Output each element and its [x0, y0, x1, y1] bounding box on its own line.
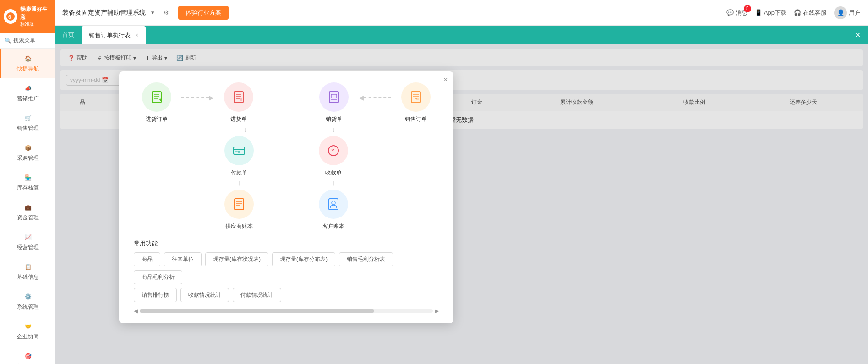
flow-arrows-down-row: ↓ ↓: [134, 123, 439, 136]
tab-close-icon[interactable]: ×: [135, 32, 138, 38]
flow-node-purchase-bill[interactable]: 进货单: [216, 82, 262, 123]
user-menu[interactable]: 👤 用户: [834, 6, 861, 19]
quick-nav-overlay[interactable]: × 进货订单: [55, 44, 868, 364]
sidebar-item-marketing[interactable]: 📣 营销推广: [0, 78, 55, 108]
func-btn-stock-status[interactable]: 现存量(库存状况表): [205, 252, 268, 266]
home-icon: 🏠: [23, 54, 33, 63]
sidebar-item-operations[interactable]: 📈 经营管理: [0, 227, 55, 257]
trial-btn[interactable]: 体验行业方案: [178, 6, 229, 20]
inventory-icon: 🏪: [23, 173, 33, 182]
scroll-right-button[interactable]: ▶: [435, 308, 439, 314]
topbar: 装备及固定资产辅助管理系统 ▾ ⚙ 体验行业方案 💬 5 消息 📱 App下载 …: [55, 0, 868, 26]
supplier-ledger-icon: [224, 190, 254, 219]
flow-row-2: ¥ 付款单 ¥ 收款单: [134, 136, 439, 177]
tab-home-label: 首页: [62, 31, 74, 39]
tabbar-close-button[interactable]: ✕: [851, 29, 864, 41]
sales-icon: 🛒: [23, 114, 33, 123]
func-btn-receipt-stats[interactable]: 收款情况统计: [180, 288, 229, 302]
svg-rect-24: [234, 201, 235, 208]
online-service-label: 在线客服: [803, 9, 827, 17]
flow-node-payment-bill[interactable]: ¥ 付款单: [216, 136, 262, 177]
sidebar-item-label: 营销推广: [17, 95, 39, 103]
flow-row-1: 进货订单 ▶: [134, 82, 439, 123]
svg-text:¥: ¥: [237, 150, 240, 154]
sidebar-item-finance[interactable]: 💼 资金管理: [0, 197, 55, 227]
sidebar-item-sales[interactable]: 🛒 销售管理: [0, 108, 55, 138]
sidebar-item-purchase[interactable]: 📦 采购管理: [0, 138, 55, 168]
func-btn-sales-ranking[interactable]: 销售排行榜: [134, 288, 177, 302]
sidebar-nav: 🏠 快捷导航 📣 营销推广 🛒 销售管理 📦 采购管理 🏪 库存核算 💼: [0, 49, 55, 364]
message-icon: 💬: [726, 9, 734, 16]
logo-area: 6 畅康通好生意 标准版: [0, 0, 55, 33]
svg-rect-10: [329, 92, 338, 103]
purchase-bill-label: 进货单: [230, 115, 247, 123]
topbar-right: 💬 5 消息 📱 App下载 🎧 在线客服 👤 用户: [726, 6, 861, 19]
sidebar-item-label: 采购管理: [17, 154, 39, 162]
sidebar-item-label: 系统管理: [17, 303, 39, 311]
func-btn-sales-margin[interactable]: 销售毛利分析表: [339, 252, 393, 266]
app-download-button[interactable]: 📱 App下载: [755, 9, 786, 17]
operations-icon: 📈: [23, 233, 33, 242]
sidebar-item-label: 快捷导航: [17, 65, 39, 73]
func-btn-payment-stats[interactable]: 付款情况统计: [233, 288, 281, 302]
flow-node-sales-bill[interactable]: 销货单: [311, 82, 357, 123]
tabbar: 首页 销售订单执行表 × ✕: [55, 26, 868, 44]
sidebar-item-inventory[interactable]: 🏪 库存核算: [0, 168, 55, 197]
logo-icon: 6: [4, 9, 17, 24]
flow-node-customer-ledger[interactable]: 客户账本: [311, 190, 356, 230]
online-service-button[interactable]: 🎧 在线客服: [794, 9, 827, 17]
scroll-left-button[interactable]: ◀: [134, 308, 138, 314]
receipt-bill-icon: ¥: [319, 136, 348, 165]
sidebar-item-basic-info[interactable]: 📋 基础信息: [0, 257, 55, 287]
svg-rect-13: [411, 92, 420, 103]
common-functions-title: 常用功能: [134, 239, 439, 248]
system-icon: ⚙️: [23, 292, 33, 301]
svg-rect-11: [331, 94, 337, 98]
func-btn-product-margin[interactable]: 商品毛利分析: [134, 270, 182, 284]
sidebar-item-enterprise[interactable]: 🤝 企业协同: [0, 316, 55, 346]
tab-sales-order-execution[interactable]: 销售订单执行表 ×: [82, 26, 146, 44]
logo-text: 畅康通好生意: [20, 5, 51, 21]
app-download-label: App下载: [764, 9, 786, 17]
sales-bill-icon: [319, 82, 349, 112]
panel-close-button[interactable]: ×: [443, 75, 448, 85]
payment-bill-icon: ¥: [224, 136, 254, 165]
function-buttons-row2: 销售排行榜 收款情况统计 付款情况统计: [134, 288, 439, 302]
flow-node-supplier-ledger[interactable]: 供应商账本: [216, 190, 262, 230]
svg-point-29: [332, 201, 335, 205]
sidebar-item-label: 资金管理: [17, 214, 39, 222]
purchase-bill-icon: [224, 82, 253, 112]
sidebar-item-quick-nav[interactable]: 🏠 快捷导航: [0, 49, 55, 78]
sales-order-label: 销售订单: [405, 115, 427, 123]
scrollbar-track[interactable]: [140, 309, 433, 313]
sidebar-item-system[interactable]: ⚙️ 系统管理: [0, 287, 55, 316]
svg-rect-6: [234, 92, 243, 103]
payment-bill-label: 付款单: [231, 169, 247, 177]
tab-home[interactable]: 首页: [55, 26, 82, 44]
flow-node-sales-order[interactable]: 销售订单: [393, 82, 439, 123]
sidebar-item-label: 基础信息: [17, 273, 39, 281]
sidebar: 6 畅康通好生意 标准版 🔍 搜索菜单 🏠 快捷导航 📣 营销推广 🛒 销售管理: [0, 0, 55, 364]
finance-icon: 💼: [23, 203, 33, 212]
flow-node-purchase-order[interactable]: 进货订单: [134, 82, 180, 123]
system-dropdown[interactable]: ▾: [151, 9, 154, 16]
svg-text:6: 6: [8, 14, 11, 20]
func-btn-counterpart[interactable]: 往来单位: [164, 252, 202, 266]
supplier-ledger-label: 供应商账本: [225, 223, 253, 230]
headset-icon: 🎧: [794, 9, 801, 16]
search-label: 搜索菜单: [13, 37, 35, 44]
func-btn-product[interactable]: 商品: [134, 252, 160, 266]
content-area: ❓ 帮助 🖨 按模板打印 ▾ ⬆ 导出 ▾ 🔄 刷新: [55, 44, 868, 364]
marketing-icon: 📣: [23, 84, 33, 93]
func-btn-stock-distribution[interactable]: 现存量(库存分布表): [272, 252, 335, 266]
common-functions-section: 常用功能 商品 往来单位 现存量(库存状况表) 现存量(库存分布表) 销售毛利分…: [134, 239, 439, 302]
svg-rect-28: [329, 199, 338, 210]
sidebar-item-label: 企业协同: [17, 333, 39, 341]
sidebar-search[interactable]: 🔍 搜索菜单: [0, 33, 55, 49]
sidebar-item-beginner[interactable]: 🎯 新手引导: [0, 346, 55, 364]
gear-button[interactable]: ⚙: [160, 6, 173, 19]
flow-node-receipt-bill[interactable]: ¥ 收款单: [311, 136, 356, 177]
message-button[interactable]: 💬 5 消息: [726, 9, 748, 17]
tab-current-label: 销售订单执行表: [89, 31, 131, 39]
app-icon: 📱: [755, 9, 762, 16]
